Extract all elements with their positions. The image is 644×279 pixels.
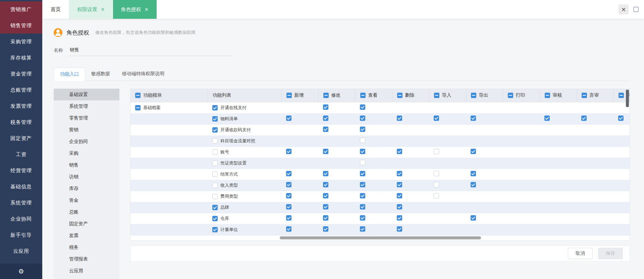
permission-checkbox[interactable]	[360, 226, 365, 232]
permission-checkbox[interactable]	[434, 149, 439, 154]
module-list-item[interactable]: 销售	[54, 159, 119, 171]
permission-checkbox[interactable]	[360, 193, 365, 198]
column-select-checkbox[interactable]	[286, 93, 292, 98]
sidebar-item[interactable]: 新手引导	[0, 227, 42, 243]
maximize-icon[interactable]	[633, 7, 639, 12]
column-select-checkbox[interactable]	[434, 93, 439, 98]
permission-checkbox[interactable]	[471, 115, 476, 121]
sidebar-item[interactable]: 资金管理	[0, 66, 42, 82]
permission-checkbox[interactable]	[323, 127, 328, 132]
settings-gear-icon[interactable]: ⚙	[0, 264, 42, 279]
sidebar-item[interactable]: 营销推广	[0, 1, 42, 17]
module-list-item[interactable]: 企业协同	[54, 136, 119, 147]
permission-checkbox[interactable]	[286, 226, 291, 232]
feature-checkbox[interactable]	[212, 149, 218, 155]
permission-checkbox[interactable]	[397, 204, 402, 210]
column-select-checkbox[interactable]	[323, 93, 329, 98]
module-list-item[interactable]: 管理报表	[54, 253, 119, 265]
sidebar-item[interactable]: 库存核算	[0, 50, 42, 66]
cancel-button[interactable]: 取消	[568, 248, 593, 259]
feature-checkbox[interactable]	[212, 227, 218, 232]
feature-checkbox[interactable]	[212, 105, 218, 110]
module-list-item[interactable]: 基础设置	[54, 89, 119, 100]
permission-checkbox[interactable]	[286, 171, 291, 176]
permission-checkbox[interactable]	[360, 104, 365, 110]
role-name-input[interactable]: 销售	[68, 47, 233, 56]
sidebar-item[interactable]: 发票管理	[0, 98, 42, 114]
permission-checkbox[interactable]	[286, 182, 291, 187]
sidebar-item[interactable]: 云应用	[0, 243, 42, 259]
permission-checkbox[interactable]	[434, 182, 439, 187]
module-checkbox[interactable]	[135, 105, 141, 110]
permission-checkbox[interactable]	[618, 115, 624, 121]
permission-checkbox[interactable]	[397, 182, 402, 187]
feature-checkbox[interactable]	[212, 138, 218, 144]
permission-checkbox[interactable]	[286, 149, 291, 154]
sidebar-item[interactable]: 工资	[0, 146, 42, 162]
column-select-checkbox[interactable]	[360, 93, 366, 98]
vertical-scrollbar-thumb[interactable]	[626, 90, 629, 107]
top-tab[interactable]: 角色授权×	[113, 0, 157, 19]
feature-checkbox[interactable]	[212, 216, 218, 221]
permission-checkbox[interactable]	[286, 193, 291, 198]
column-select-checkbox[interactable]	[135, 93, 141, 98]
module-list-item[interactable]: 云应用	[54, 265, 119, 277]
permission-checkbox[interactable]	[397, 193, 402, 198]
permission-checkbox[interactable]	[323, 182, 328, 187]
feature-checkbox[interactable]	[212, 127, 218, 133]
permission-checkbox[interactable]	[471, 171, 476, 176]
content-tab[interactable]: 移动端特殊权限说明	[116, 67, 170, 81]
permission-checkbox[interactable]	[360, 149, 365, 154]
permission-checkbox[interactable]	[397, 215, 402, 221]
permission-checkbox[interactable]	[323, 149, 328, 154]
feature-checkbox[interactable]	[212, 183, 218, 188]
permission-checkbox[interactable]	[397, 149, 402, 154]
permission-checkbox[interactable]	[434, 193, 439, 198]
feature-checkbox[interactable]	[212, 172, 218, 177]
column-select-checkbox[interactable]	[545, 93, 550, 98]
column-select-checkbox[interactable]	[471, 93, 476, 98]
permission-checkbox[interactable]	[360, 160, 365, 165]
sidebar-item[interactable]: 销售管理	[0, 17, 42, 34]
column-select-checkbox[interactable]	[397, 93, 402, 98]
permission-checkbox[interactable]	[323, 193, 328, 198]
sidebar-item[interactable]: 系统管理	[0, 195, 42, 211]
permission-checkbox[interactable]	[434, 171, 439, 176]
feature-checkbox[interactable]	[212, 205, 218, 210]
permission-checkbox[interactable]	[581, 115, 587, 121]
column-select-checkbox[interactable]	[619, 93, 624, 98]
permission-checkbox[interactable]	[360, 171, 365, 176]
permission-checkbox[interactable]	[360, 127, 365, 132]
permission-checkbox[interactable]	[286, 115, 291, 121]
module-list-item[interactable]: 系统管理	[54, 100, 119, 112]
permission-checkbox[interactable]	[286, 204, 291, 210]
sidebar-item[interactable]: 固定资产	[0, 130, 42, 146]
permission-checkbox[interactable]	[323, 115, 328, 121]
column-select-checkbox[interactable]	[508, 93, 513, 98]
top-tab[interactable]: 首页	[42, 0, 69, 19]
permission-checkbox[interactable]	[286, 215, 291, 221]
module-list-item[interactable]: 营销	[54, 124, 119, 136]
close-icon[interactable]: ×	[619, 4, 629, 14]
tab-close-icon[interactable]: ×	[145, 7, 149, 12]
permission-checkbox[interactable]	[544, 115, 550, 121]
horizontal-scrollbar[interactable]	[130, 235, 630, 240]
content-tab[interactable]: 敏感数据	[85, 67, 116, 81]
feature-checkbox[interactable]	[212, 160, 218, 166]
sidebar-item[interactable]: 税务管理	[0, 114, 42, 130]
sidebar-item[interactable]: 企业协同	[0, 211, 42, 227]
content-tab[interactable]: 功能入口	[54, 67, 85, 81]
feature-checkbox[interactable]	[212, 116, 218, 122]
module-list-item[interactable]: 发票	[54, 230, 119, 241]
permission-checkbox[interactable]	[471, 215, 476, 221]
sidebar-item[interactable]: 总账管理	[0, 82, 42, 98]
permission-checkbox[interactable]	[323, 204, 328, 210]
tab-close-icon[interactable]: ×	[101, 7, 105, 12]
module-list-item[interactable]: 资金	[54, 194, 119, 206]
permission-checkbox[interactable]	[471, 182, 476, 187]
permission-checkbox[interactable]	[360, 204, 365, 210]
permission-checkbox[interactable]	[360, 138, 365, 143]
sidebar-item[interactable]: 采购管理	[0, 34, 42, 50]
horizontal-scrollbar-thumb[interactable]	[280, 236, 481, 239]
module-list-item[interactable]: 固定资产	[54, 218, 119, 230]
